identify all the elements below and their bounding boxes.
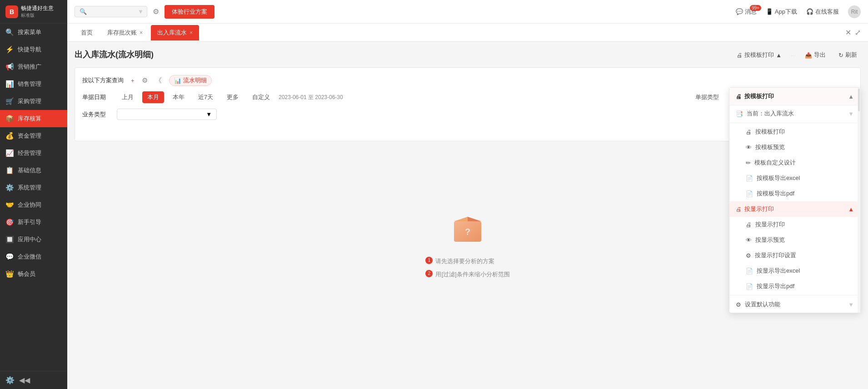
empty-tips: 1 请先选择要分析的方案 2 用[过滤]条件来缩小分析范围 bbox=[425, 256, 509, 280]
purchase-icon: 🛒 bbox=[5, 97, 14, 105]
sidebar-scroll: 🔍 搜索菜单 ⚡ 快捷导航 📢 营销推广 📊 销售管理 🛒 采购管理 📦 库存核… bbox=[0, 24, 67, 371]
sidebar-item-label: 基础信息 bbox=[18, 166, 41, 175]
dropdown-display-section[interactable]: 🖨 按显示打印 ▲ bbox=[729, 201, 860, 217]
tabs-bar: 首页 库存批次账 × 出入库流水 × ✕ ⤢ bbox=[67, 24, 868, 42]
date-tag-custom[interactable]: 自定义 bbox=[247, 91, 275, 103]
template-pdf-icon: 📄 bbox=[746, 190, 753, 197]
sidebar-item-quick-nav[interactable]: ⚡ 快捷导航 bbox=[0, 41, 67, 58]
sidebar-item-label: 采购管理 bbox=[18, 97, 41, 105]
topbar-search-input[interactable] bbox=[90, 9, 135, 15]
dropdown-template-custom[interactable]: ✏ 模板自定义设计 bbox=[729, 155, 860, 170]
tab-flow[interactable]: 出入库流水 × bbox=[151, 25, 199, 40]
dropdown-title: 🖨 按模板打印 bbox=[736, 92, 774, 100]
sidebar-item-basic[interactable]: 📋 基础信息 bbox=[0, 162, 67, 179]
sidebar-item-sales[interactable]: 📊 销售管理 bbox=[0, 75, 67, 93]
sidebar-item-inventory[interactable]: 📦 库存核算 bbox=[0, 110, 67, 127]
filter-collapse-button[interactable]: 《 bbox=[155, 76, 162, 85]
sidebar-item-system[interactable]: ⚙️ 系统管理 bbox=[0, 179, 67, 196]
dropdown-header: 🖨 按模板打印 ▲ bbox=[729, 88, 860, 105]
tab-home[interactable]: 首页 bbox=[75, 25, 99, 40]
quick-nav-icon: ⚡ bbox=[5, 45, 14, 54]
online-service-button[interactable]: 🎧 在线客服 bbox=[806, 8, 839, 16]
topbar-search-icon: 🔍 bbox=[80, 8, 87, 15]
export-button[interactable]: 📤 导出 bbox=[801, 49, 829, 61]
display-print-section-icon: 🖨 bbox=[736, 206, 742, 213]
marketing-icon: 📢 bbox=[5, 63, 14, 71]
svg-marker-2 bbox=[468, 217, 481, 221]
sidebar-item-label: 库存核算 bbox=[18, 115, 41, 123]
tab-batch-close[interactable]: × bbox=[140, 30, 143, 36]
topbar-search-box[interactable]: 🔍 ▼ bbox=[75, 6, 147, 17]
sidebar-item-label: 新手引导 bbox=[18, 218, 41, 226]
sidebar-item-operation[interactable]: 📈 经营管理 bbox=[0, 145, 67, 162]
finance-icon: 💰 bbox=[5, 132, 14, 140]
tabs-right-controls: ✕ ⤢ bbox=[845, 28, 861, 37]
filter-chip-current[interactable]: 📊 流水明细 bbox=[169, 75, 212, 86]
sidebar-bottom: ⚙️ ◀◀ bbox=[0, 371, 67, 389]
topbar-gear-icon[interactable]: ⚙ bbox=[153, 7, 159, 16]
sidebar-item-apps[interactable]: 🔲 应用中心 bbox=[0, 231, 67, 248]
sidebar-item-guide[interactable]: 🎯 新手引导 bbox=[0, 214, 67, 231]
tab-flow-close[interactable]: × bbox=[190, 30, 193, 36]
print-template-button[interactable]: 🖨 按模板打印 ▲ bbox=[733, 49, 785, 61]
app-logo-icon: B bbox=[5, 5, 18, 18]
trial-industry-button[interactable]: 体验行业方案 bbox=[165, 5, 215, 19]
dropdown-template-print[interactable]: 🖨 按模板打印 bbox=[729, 124, 860, 140]
dropdown-set-default[interactable]: ⚙ 设置默认功能 ▼ bbox=[729, 296, 860, 313]
date-tag-last-month[interactable]: 上月 bbox=[117, 91, 139, 103]
dropdown-template-excel[interactable]: 📄 按模板导出excel bbox=[729, 170, 860, 186]
sidebar-item-vip[interactable]: 👑 畅会员 bbox=[0, 265, 67, 283]
avatar-icon: Rit bbox=[848, 5, 861, 18]
sidebar-item-label: 企业协同 bbox=[18, 201, 41, 209]
dropdown-display-settings[interactable]: ⚙ 按显示打印设置 bbox=[729, 248, 860, 263]
empty-state-icon: ? bbox=[445, 203, 490, 249]
sidebar-item-wechat[interactable]: 💬 企业微信 bbox=[0, 248, 67, 265]
template-preview-icon: 👁 bbox=[746, 144, 752, 151]
business-type-select[interactable]: ▼ bbox=[117, 109, 217, 120]
maximize-button[interactable]: ⤢ bbox=[855, 28, 861, 37]
filter-gear-button[interactable]: ⚙ bbox=[142, 76, 148, 85]
date-tag-this-year[interactable]: 本年 bbox=[168, 91, 190, 103]
sidebar-item-marketing[interactable]: 📢 营销推广 bbox=[0, 58, 67, 75]
sidebar-item-finance[interactable]: 💰 资金管理 bbox=[0, 127, 67, 145]
dropdown-template-preview[interactable]: 👁 按模板预览 bbox=[729, 140, 860, 155]
dropdown-template-pdf[interactable]: 📄 按模板导出pdf bbox=[729, 186, 860, 201]
message-button[interactable]: 💬 消息 99+ bbox=[736, 8, 757, 16]
date-tag-7days[interactable]: 近7天 bbox=[193, 91, 218, 103]
date-tag-more[interactable]: 更多 bbox=[222, 91, 244, 103]
dropdown-display-print[interactable]: 🖨 按显示打印 bbox=[729, 217, 860, 232]
app-download-button[interactable]: 📱 App下载 bbox=[766, 8, 797, 16]
dropdown-scrollbar[interactable] bbox=[858, 88, 860, 313]
template-print-icon: 🖨 bbox=[746, 129, 752, 135]
dropdown-current-template[interactable]: 📑 当前：出入库流水 ▼ bbox=[729, 105, 860, 122]
template-excel-icon: 📄 bbox=[746, 175, 753, 182]
divider: ··· bbox=[791, 52, 796, 59]
sidebar-item-corp[interactable]: 🤝 企业协同 bbox=[0, 196, 67, 214]
settings-icon[interactable]: ⚙️ bbox=[5, 376, 15, 384]
user-avatar[interactable]: Rit bbox=[848, 5, 861, 18]
dropdown-display-excel[interactable]: 📄 按显示导出excel bbox=[729, 263, 860, 279]
sidebar-item-search[interactable]: 🔍 搜索菜单 bbox=[0, 24, 67, 41]
tab-batch[interactable]: 库存批次账 × bbox=[101, 25, 149, 40]
guide-icon: 🎯 bbox=[5, 218, 14, 226]
divider-1 bbox=[729, 123, 860, 123]
dropdown-display-pdf[interactable]: 📄 按显示导出pdf bbox=[729, 279, 860, 294]
template-custom-icon: ✏ bbox=[746, 160, 751, 166]
dropdown-display-preview[interactable]: 👁 按显示预览 bbox=[729, 232, 860, 248]
sidebar-item-label: 营销推广 bbox=[18, 63, 41, 71]
sidebar-item-purchase[interactable]: 🛒 采购管理 bbox=[0, 93, 67, 110]
display-print-icon: 🖨 bbox=[746, 221, 752, 228]
refresh-button[interactable]: ↻ 刷新 bbox=[835, 49, 861, 61]
close-all-tabs-button[interactable]: ✕ bbox=[845, 28, 851, 37]
dropdown-collapse-icon[interactable]: ▲ bbox=[848, 93, 854, 100]
headset-icon: 🎧 bbox=[806, 8, 813, 15]
sidebar-item-label: 企业微信 bbox=[18, 253, 41, 261]
filter-label: 按以下方案查询 bbox=[82, 76, 124, 85]
filter-add-button[interactable]: + bbox=[131, 77, 135, 84]
collapse-sidebar-icon[interactable]: ◀◀ bbox=[19, 376, 30, 384]
business-type-dropdown-icon: ▼ bbox=[206, 111, 212, 118]
divider-2 bbox=[729, 295, 860, 295]
date-tag-this-month[interactable]: 本月 bbox=[142, 91, 164, 103]
display-pdf-icon: 📄 bbox=[746, 283, 753, 290]
corp-icon: 🤝 bbox=[5, 201, 14, 209]
